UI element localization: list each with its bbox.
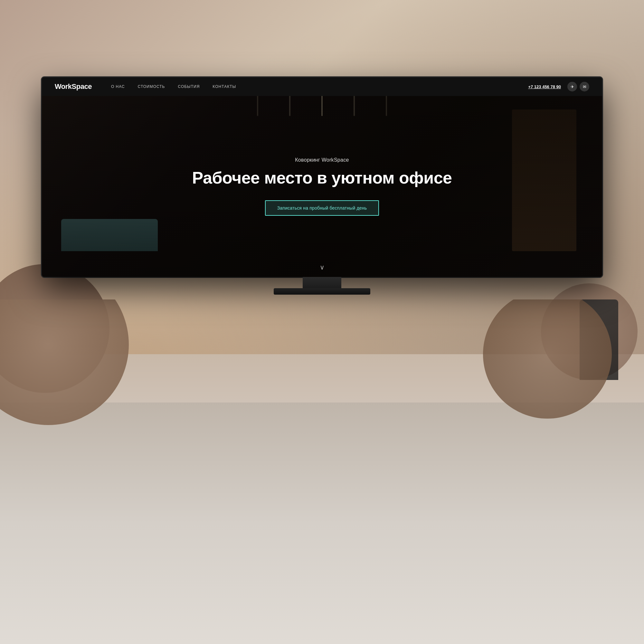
telegram-icon-button[interactable]: ✈ bbox=[567, 82, 577, 91]
nav-logo[interactable]: WorkSpace bbox=[55, 82, 92, 91]
monitor-base bbox=[274, 288, 370, 295]
email-icon-button[interactable]: ✉ bbox=[580, 82, 589, 91]
scroll-indicator[interactable]: ∨ bbox=[320, 263, 325, 271]
nav-link-contacts[interactable]: КОНТАКТЫ bbox=[213, 84, 236, 89]
nav-link-events[interactable]: СОБЫТИЯ bbox=[178, 84, 200, 89]
hero-title: Рабочее место в уютном офисе bbox=[192, 169, 452, 187]
nav-social-icons: ✈ ✉ bbox=[567, 82, 589, 91]
hero-cta-button[interactable]: Записаться на пробный бесплатный день bbox=[265, 200, 379, 216]
nav-links: О НАС СТОИМОСТЬ СОБЫТИЯ КОНТАКТЫ bbox=[111, 84, 528, 89]
nav-link-pricing[interactable]: СТОИМОСТЬ bbox=[138, 84, 165, 89]
bottom-background bbox=[0, 299, 644, 644]
hero-content: Коворкинг WorkSpace Рабочее место в уютн… bbox=[42, 96, 602, 277]
navbar: WorkSpace О НАС СТОИМОСТЬ СОБЫТИЯ КОНТАК… bbox=[42, 77, 602, 96]
bottom-floor bbox=[0, 403, 644, 644]
monitor-stand bbox=[303, 277, 341, 290]
hero-subtitle: Коворкинг WorkSpace bbox=[295, 157, 349, 163]
website: WorkSpace О НАС СТОИМОСТЬ СОБЫТИЯ КОНТАК… bbox=[42, 77, 602, 277]
bottom-table-right bbox=[483, 299, 612, 419]
nav-phone[interactable]: +7 123 456 78 90 bbox=[528, 84, 561, 89]
monitor: WorkSpace О НАС СТОИМОСТЬ СОБЫТИЯ КОНТАК… bbox=[42, 77, 602, 277]
nav-link-about[interactable]: О НАС bbox=[111, 84, 125, 89]
